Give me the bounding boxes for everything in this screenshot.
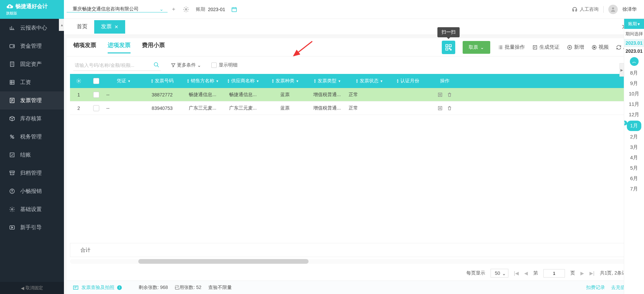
brand-edition: 旗舰版 xyxy=(6,11,64,16)
top-header: 畅捷通好会计 旗舰版 重庆畅捷交通信息咨询有限公司 ⌄ ＋ 账期 2023-01… xyxy=(0,0,644,19)
user-name: 徐泽华 xyxy=(622,6,637,12)
svg-point-0 xyxy=(185,8,187,10)
period-value: 2023-01 xyxy=(208,7,225,12)
add-icon[interactable]: ＋ xyxy=(168,6,180,13)
brand-logo: 畅捷通好会计 旗舰版 xyxy=(0,0,64,19)
period-label: 账期 xyxy=(196,6,205,12)
company-selector[interactable]: 重庆畅捷交通信息咨询有限公司 ⌄ xyxy=(67,6,168,12)
gear-icon[interactable] xyxy=(180,6,192,12)
svg-rect-1 xyxy=(232,7,237,11)
cloud-icon xyxy=(6,3,13,10)
headset-icon xyxy=(572,6,578,12)
user-icon xyxy=(610,6,616,12)
chevron-down-icon: ⌄ xyxy=(159,6,164,12)
svg-point-2 xyxy=(612,7,614,9)
avatar[interactable] xyxy=(608,5,618,14)
calendar-icon[interactable] xyxy=(228,6,241,12)
divider xyxy=(603,6,604,13)
support-link[interactable]: 人工咨询 xyxy=(572,6,599,12)
company-name: 重庆畅捷交通信息咨询有限公司 xyxy=(73,6,139,12)
brand-name: 畅捷通好会计 xyxy=(15,3,48,10)
